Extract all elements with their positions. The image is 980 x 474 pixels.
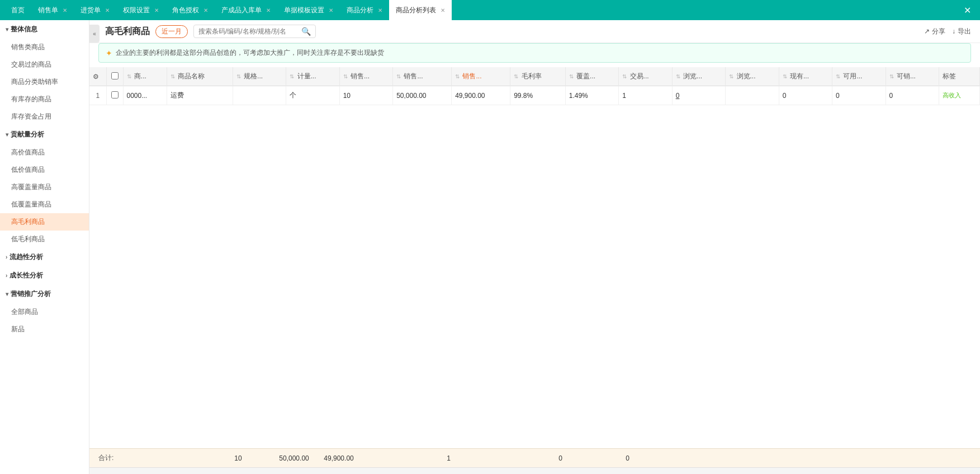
sort-icon: ⇅ (455, 73, 460, 79)
col-transactions[interactable]: ⇅ 交易... (619, 67, 672, 86)
share-button[interactable]: ↗ 分享 (924, 27, 945, 36)
close-icon[interactable]: ✕ (266, 7, 271, 13)
footer-current-stock: 0 (554, 454, 599, 462)
search-box: 🔍 (193, 25, 316, 38)
share-icon: ↗ (924, 27, 930, 35)
table-wrapper: ⚙ ⇅ 商... ⇅ 商品名称 (89, 67, 980, 448)
export-button[interactable]: ↓ 导出 (952, 27, 971, 36)
row-unit: 个 (286, 86, 339, 105)
search-icon[interactable]: 🔍 (301, 27, 311, 36)
col-views2[interactable]: ⇅ 浏览... (726, 67, 779, 86)
export-icon: ↓ (952, 27, 955, 35)
close-icon[interactable]: ✕ (329, 7, 333, 13)
row-checkbox-cell (106, 86, 123, 105)
footer-sales-qty: 10 (230, 454, 274, 462)
nav-tab-purchase[interactable]: 进货单 ✕ (74, 0, 116, 20)
col-spec[interactable]: ⇅ 规格... (233, 67, 286, 86)
row-views1[interactable]: 0 (672, 86, 725, 105)
sidebar-group-marketing[interactable]: ▾ 营销推广分析 (0, 285, 89, 303)
row-coverage: 1.49% (565, 86, 618, 105)
bottom-scrollbar[interactable] (89, 467, 980, 474)
row-sellable: 0 (886, 86, 939, 105)
row-available: 0 (832, 86, 886, 105)
col-sellable[interactable]: ⇅ 可销... (886, 67, 939, 86)
sort-icon: ⇅ (236, 73, 241, 79)
chevron-down-icon: ▾ (6, 132, 8, 138)
nav-tab-analysis-list[interactable]: 商品分析列表 ✕ (389, 0, 452, 20)
info-banner: ✦ 企业的主要的利润都是这部分商品创造的，可考虑加大推广，同时关注库存是不要出现… (98, 43, 971, 63)
sidebar-item-high-coverage[interactable]: 高覆盖量商品 (0, 179, 89, 196)
sidebar-group-trend[interactable]: › 流趋性分析 (0, 248, 89, 266)
sidebar-item-stock-capital[interactable]: 库存资金占用 (0, 108, 89, 125)
close-icon[interactable]: ✕ (378, 7, 382, 13)
col-available[interactable]: ⇅ 可用... (832, 67, 886, 86)
row-tag: 高收入 (939, 86, 980, 105)
close-icon[interactable]: ✕ (63, 7, 67, 13)
footer-sales-amount: 50,000.00 (274, 454, 319, 462)
row-checkbox[interactable] (111, 91, 119, 98)
col-code[interactable]: ⇅ 商... (123, 67, 167, 86)
col-name[interactable]: ⇅ 商品名称 (167, 67, 233, 86)
select-all-checkbox[interactable] (111, 72, 119, 79)
sidebar-group-contribution[interactable]: ▾ 贡献量分析 (0, 125, 89, 144)
col-margin-rate[interactable]: ⇅ 毛利率 (510, 67, 566, 86)
filter-recent-month-button[interactable]: 近一月 (155, 25, 188, 38)
sidebar-toggle-button[interactable]: « (89, 25, 100, 43)
table-row: 1 0000... 运费 (89, 86, 980, 105)
nav-tab-analysis[interactable]: 商品分析 ✕ (340, 0, 389, 20)
close-icon[interactable]: ✕ (203, 7, 208, 13)
nav-tab-role[interactable]: 角色授权 ✕ (165, 0, 215, 20)
row-sales-profit: 49,900.00 (452, 86, 510, 105)
row-sales-qty: 10 (339, 86, 392, 105)
sidebar-item-low-coverage[interactable]: 低覆盖量商品 (0, 196, 89, 213)
row-code: 0000... (123, 86, 167, 105)
sort-icon: ⇅ (171, 73, 175, 79)
sort-icon: ⇅ (889, 73, 894, 79)
sidebar-item-high-value[interactable]: 高价值商品 (0, 144, 89, 161)
sidebar-group-growth[interactable]: › 成长性分析 (0, 266, 89, 285)
sidebar-item-in-stock[interactable]: 有库存的商品 (0, 91, 89, 108)
col-checkbox (106, 67, 123, 86)
chevron-down-icon: ▾ (6, 26, 8, 32)
table-footer: 合计: 10 50,000.00 49,900.00 1 0 0 (89, 448, 980, 467)
window-close-button[interactable]: ✕ (959, 5, 976, 16)
close-icon[interactable]: ✕ (105, 7, 110, 13)
sort-icon: ⇅ (783, 73, 787, 79)
sort-icon: ⇅ (343, 73, 348, 79)
sidebar-item-high-margin[interactable]: 高毛利商品 (0, 213, 89, 231)
sidebar-item-all-goods[interactable]: 全部商品 (0, 303, 89, 321)
col-tag[interactable]: 标签 (939, 67, 980, 86)
sidebar-item-low-value[interactable]: 低价值商品 (0, 161, 89, 179)
sort-icon: ⇅ (569, 73, 574, 79)
nav-tab-home[interactable]: 首页 (4, 0, 31, 20)
sidebar-item-traded-goods[interactable]: 交易过的商品 (0, 56, 89, 73)
sidebar-group-overall[interactable]: ▾ 整体信息 (0, 20, 89, 39)
nav-tab-template[interactable]: 单据模板设置 ✕ (277, 0, 340, 20)
col-unit[interactable]: ⇅ 计量... (286, 67, 339, 86)
sidebar-item-new-goods[interactable]: 新品 (0, 321, 89, 338)
sidebar-item-low-margin[interactable]: 低毛利商品 (0, 231, 89, 248)
nav-tab-permission[interactable]: 权限设置 ✕ (116, 0, 165, 20)
col-settings[interactable]: ⚙ (89, 67, 106, 86)
col-sales-amount[interactable]: ⇅ 销售... (393, 67, 452, 86)
row-name[interactable]: 运费 (167, 86, 233, 105)
nav-tab-product-in[interactable]: 产成品入库单 ✕ (215, 0, 277, 20)
main-layout: ▾ 整体信息 销售类商品 交易过的商品 商品分类助销率 有库存的商品 库存资金占… (0, 20, 980, 474)
col-coverage[interactable]: ⇅ 覆盖... (565, 67, 618, 86)
sidebar-item-category-rate[interactable]: 商品分类助销率 (0, 73, 89, 91)
close-icon[interactable]: ✕ (154, 7, 159, 13)
sort-icon: ⇅ (836, 73, 840, 79)
search-input[interactable] (198, 27, 299, 35)
col-sales-profit[interactable]: ⇅ 销售... (452, 67, 510, 86)
col-current-stock[interactable]: ⇅ 现有... (779, 67, 832, 86)
col-sales-qty[interactable]: ⇅ 销售... (339, 67, 392, 86)
sidebar-item-sales-goods[interactable]: 销售类商品 (0, 39, 89, 56)
footer-sellable: 0 (621, 454, 666, 462)
chevron-right-icon: › (6, 273, 7, 279)
close-icon[interactable]: ✕ (441, 7, 445, 13)
chevron-down-icon: ▾ (6, 291, 8, 297)
settings-icon[interactable]: ⚙ (93, 73, 99, 81)
col-views1[interactable]: ⇅ 浏览... (672, 67, 725, 86)
row-views2 (726, 86, 779, 105)
nav-tab-sales[interactable]: 销售单 ✕ (31, 0, 74, 20)
